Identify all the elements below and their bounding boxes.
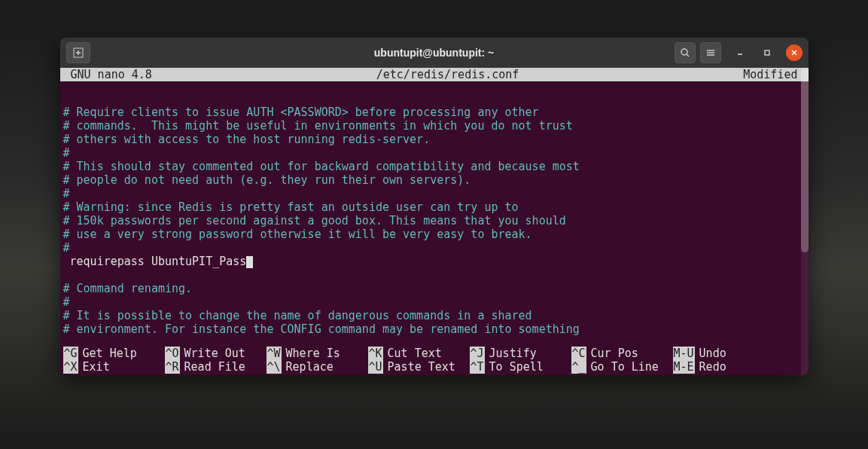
shortcut-key: ^K xyxy=(368,347,383,360)
new-tab-button[interactable] xyxy=(66,42,90,63)
shortcut-key: ^O xyxy=(165,347,180,360)
comment-line: # people do not need auth (e.g. they run… xyxy=(60,173,809,187)
shortcut-label: Read File xyxy=(184,360,245,374)
comment-line: # Command renaming. xyxy=(60,282,809,295)
shortcut-key: ^G xyxy=(63,347,78,360)
file-status: Modified xyxy=(743,68,797,81)
shortcut-item: ^_Go To Line xyxy=(571,360,673,374)
shortcut-item: ^OWrite Out xyxy=(165,347,266,360)
shortcut-item: ^TTo Spell xyxy=(470,360,571,374)
minimize-button[interactable] xyxy=(732,44,748,61)
shortcut-key: ^\ xyxy=(266,360,282,374)
shortcut-key: ^U xyxy=(368,360,383,374)
shortcut-label: To Spell xyxy=(489,360,544,374)
shortcut-label: Replace xyxy=(286,360,333,374)
shortcut-item: ^RRead File xyxy=(165,360,266,374)
scrollbar[interactable] xyxy=(801,68,809,375)
svg-line-4 xyxy=(687,54,689,57)
shortcut-label: Paste Text xyxy=(388,360,455,374)
cursor xyxy=(246,256,253,268)
comment-line: # xyxy=(60,241,809,255)
shortcut-label: Justify xyxy=(489,347,537,360)
menu-button[interactable] xyxy=(700,42,721,63)
comment-line: # environment. For instance the CONFIG c… xyxy=(60,322,809,336)
shortcut-key: ^W xyxy=(266,347,282,360)
comment-line: # This should stay commented out for bac… xyxy=(60,160,809,173)
shortcut-key: ^C xyxy=(571,347,586,360)
shortcut-item: ^WWhere Is xyxy=(266,347,368,360)
file-path: /etc/redis/redis.conf xyxy=(376,68,519,81)
shortcut-item: ^\Replace xyxy=(266,360,368,374)
shortcut-key: ^J xyxy=(470,347,485,360)
shortcut-key: ^R xyxy=(165,360,180,374)
shortcut-key: ^T xyxy=(470,360,485,374)
shortcut-label: Undo xyxy=(699,347,726,360)
shortcut-item: M-ERedo xyxy=(673,360,775,374)
comment-line: # xyxy=(60,295,809,309)
shortcut-item: M-UUndo xyxy=(673,347,775,360)
editor-name: GNU nano 4.8 xyxy=(71,68,152,81)
close-button[interactable] xyxy=(786,44,803,61)
scrollbar-thumb[interactable] xyxy=(801,68,809,252)
svg-rect-9 xyxy=(765,50,769,55)
maximize-button[interactable] xyxy=(759,44,775,61)
terminal-area[interactable]: GNU nano 4.8 /etc/redis/redis.conf Modif… xyxy=(60,68,809,375)
shortcut-item: ^UPaste Text xyxy=(368,360,470,374)
titlebar: ubuntupit@ubuntupit: ~ xyxy=(60,38,809,68)
comment-line: # use a very strong password otherwise i… xyxy=(60,228,809,241)
shortcut-label: Cut Text xyxy=(388,347,442,360)
comment-line: # Warning: since Redis is pretty fast an… xyxy=(60,200,809,214)
comment-line: # xyxy=(60,187,809,200)
shortcut-item: ^XExit xyxy=(63,360,165,374)
shortcut-item: ^KCut Text xyxy=(368,347,470,360)
shortcut-label: Get Help xyxy=(83,347,137,360)
shortcut-item: ^GGet Help xyxy=(63,347,165,360)
svg-point-3 xyxy=(681,49,687,55)
shortcut-key: ^X xyxy=(63,360,78,374)
comment-line: # Require clients to issue AUTH <PASSWOR… xyxy=(60,105,809,119)
shortcut-label: Go To Line xyxy=(591,360,659,374)
shortcut-key: M-E xyxy=(673,360,695,374)
shortcut-key: ^_ xyxy=(571,360,586,374)
comment-line: # others with access to the host running… xyxy=(60,133,809,146)
nano-shortcuts: ^GGet Help^OWrite Out^WWhere Is^KCut Tex… xyxy=(60,336,809,375)
nano-header: GNU nano 4.8 /etc/redis/redis.conf Modif… xyxy=(60,68,809,81)
shortcut-label: Write Out xyxy=(184,347,245,360)
shortcut-key: M-U xyxy=(673,347,695,360)
current-line: requirepass UbuntuPIT_Pass xyxy=(60,255,809,268)
comment-line: # commands. This might be useful in envi… xyxy=(60,119,809,133)
terminal-window: ubuntupit@ubuntupit: ~ GNU nano 4.8 /etc… xyxy=(60,38,809,375)
shortcut-item: ^CCur Pos xyxy=(571,347,673,360)
shortcut-item: ^JJustify xyxy=(470,347,571,360)
window-title: ubuntupit@ubuntupit: ~ xyxy=(374,47,494,59)
shortcut-label: Redo xyxy=(699,360,726,374)
comment-line: # 150k passwords per second against a go… xyxy=(60,214,809,228)
comment-line: # It is possible to change the name of d… xyxy=(60,309,809,322)
search-button[interactable] xyxy=(675,42,696,63)
shortcut-label: Where Is xyxy=(286,347,340,360)
editor-body[interactable]: # Require clients to issue AUTH <PASSWOR… xyxy=(60,81,809,336)
shortcut-label: Cur Pos xyxy=(591,347,638,360)
comment-line: # xyxy=(60,146,809,160)
shortcut-label: Exit xyxy=(83,360,110,374)
